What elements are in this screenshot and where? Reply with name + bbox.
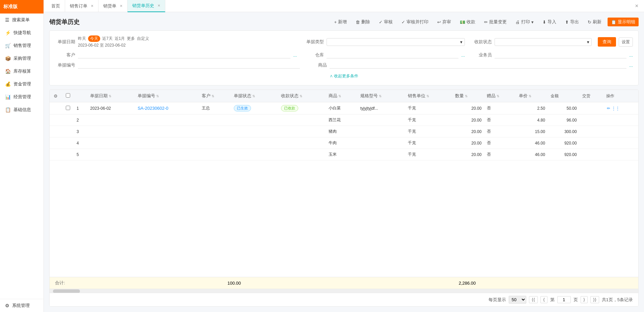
new-button[interactable]: + 新增 bbox=[331, 18, 349, 26]
prev-page-btn[interactable]: ⟨ bbox=[540, 296, 548, 303]
cell-unit-price: 46.00 bbox=[516, 137, 548, 149]
cell-transaction bbox=[580, 126, 604, 137]
page-input[interactable] bbox=[557, 296, 571, 303]
sidebar-item-finance[interactable]: 💰 资金管理 bbox=[0, 78, 44, 90]
th-doc-date[interactable]: 单据日期 ⇅ bbox=[87, 90, 135, 102]
sidebar-item-inventory[interactable]: 🏠 库存核算 bbox=[0, 65, 44, 78]
cell-customer bbox=[199, 137, 231, 149]
th-product[interactable]: 商品 ⇅ bbox=[326, 90, 358, 102]
export-button[interactable]: ⬆ 导出 bbox=[562, 18, 582, 26]
sidebar-item-search-menu[interactable]: ☰ 搜索菜单 bbox=[0, 14, 44, 26]
filter-collapse-btn[interactable]: ∧ 收起更多条件 bbox=[55, 72, 633, 80]
warehouse-input[interactable] bbox=[327, 52, 458, 58]
refresh-icon: ↻ bbox=[588, 20, 591, 25]
product-input[interactable] bbox=[330, 62, 627, 69]
salesperson-input[interactable] bbox=[495, 52, 626, 58]
row-check bbox=[62, 149, 74, 160]
status-badge-doc: 已生效 bbox=[234, 105, 251, 111]
cell-gift: 否 bbox=[484, 149, 516, 160]
sidebar-item-purchase-mgmt[interactable]: 📦 采购管理 bbox=[0, 52, 44, 65]
th-payment-status[interactable]: 收款状态 ⇅ bbox=[278, 90, 326, 102]
row-check bbox=[62, 114, 74, 126]
next-page-btn[interactable]: ⟩ bbox=[581, 296, 588, 303]
sidebar-item-sales-mgmt[interactable]: 🛒 销售管理 bbox=[0, 39, 44, 52]
doc-no-input[interactable] bbox=[78, 62, 300, 69]
cell-amount: 96.00 bbox=[548, 114, 580, 126]
th-spec[interactable]: 规格型号 ⇅ bbox=[358, 90, 405, 102]
cell-amount: 300.00 bbox=[548, 126, 580, 137]
cell-gift: 否 bbox=[484, 114, 516, 126]
payment-status-select[interactable]: ▾ bbox=[495, 38, 592, 46]
th-unit[interactable]: 销售单位 ⇅ bbox=[405, 90, 453, 102]
settings-button[interactable]: 设置 bbox=[619, 37, 633, 47]
row-check bbox=[62, 102, 74, 114]
cell-gift: 否 bbox=[484, 102, 516, 114]
tab-close-sales-history[interactable]: ✕ bbox=[158, 4, 160, 7]
collect-icon: 💵 bbox=[460, 20, 465, 25]
table-wrapper: ⚙ 单据日期 ⇅ bbox=[49, 89, 639, 307]
row-no: 4 bbox=[74, 137, 87, 149]
print-button[interactable]: 🖨 打印 ▾ bbox=[513, 18, 536, 26]
tab-sales-history[interactable]: 销货单历史 ✕ bbox=[128, 0, 165, 12]
th-qty[interactable]: 数量 ⇅ bbox=[452, 90, 484, 102]
sidebar-item-sys-mgmt[interactable]: ⚙ 系统管理 bbox=[0, 299, 44, 312]
shortcut-yesterday[interactable]: 昨天 bbox=[78, 36, 86, 42]
shortcut-today[interactable]: 今天 bbox=[88, 35, 100, 42]
cell-actions bbox=[604, 149, 638, 160]
tab-close-sales-order[interactable]: ✕ bbox=[91, 4, 93, 8]
customer-dots[interactable]: ... bbox=[293, 53, 297, 58]
settings-icon[interactable]: ⚙ bbox=[54, 94, 58, 99]
abandon-button[interactable]: ↩ 弃审 bbox=[435, 18, 454, 26]
sidebar-item-label: 系统管理 bbox=[12, 303, 30, 309]
shortcut-custom[interactable]: 自定义 bbox=[137, 36, 149, 42]
select-all-checkbox[interactable] bbox=[66, 93, 70, 98]
salesperson-label: 业务员 bbox=[472, 52, 492, 58]
tab-sales-order[interactable]: 销售订单 ✕ bbox=[65, 0, 99, 12]
edit-action[interactable]: ✏ bbox=[607, 106, 610, 111]
cell-actions bbox=[604, 114, 638, 126]
product-dots[interactable]: ... bbox=[629, 63, 633, 68]
refresh-button[interactable]: ↻ 刷新 bbox=[585, 18, 604, 26]
audit-button[interactable]: ✓ 审核 bbox=[376, 18, 395, 26]
tab-sales-delivery[interactable]: 销货单 ✕ bbox=[99, 0, 128, 12]
sidebar: 标准版 ☰ 搜索菜单 ⚡ 快捷导航 🛒 销售管理 📦 采购管理 🏠 库存核算 💰… bbox=[0, 0, 44, 312]
cell-unit: 千克 bbox=[405, 102, 453, 114]
cell-unit-price: 4.80 bbox=[516, 114, 548, 126]
tab-home[interactable]: 首页 bbox=[47, 0, 65, 12]
collect-button[interactable]: 💵 收款 bbox=[457, 18, 478, 26]
per-page-select[interactable]: 50 100 200 bbox=[509, 296, 526, 304]
th-customer[interactable]: 客户 ⇅ bbox=[199, 90, 231, 102]
page-label-suffix: 页 bbox=[573, 297, 578, 303]
th-doc-status[interactable]: 单据状态 ⇅ bbox=[231, 90, 279, 102]
th-unit-price[interactable]: 单价 ⇅ bbox=[516, 90, 548, 102]
warehouse-dots[interactable]: ... bbox=[461, 53, 465, 58]
scrollbar[interactable] bbox=[50, 289, 638, 293]
sidebar-item-operations[interactable]: 📊 经营管理 bbox=[0, 90, 44, 103]
delete-button[interactable]: 🗑 删除 bbox=[353, 18, 373, 26]
cell-doc-date: 2023-06-02 bbox=[87, 102, 135, 114]
customer-input[interactable] bbox=[78, 52, 290, 58]
th-doc-no[interactable]: 单据编号 ⇅ bbox=[135, 90, 199, 102]
shortcut-7days[interactable]: 近7天 bbox=[102, 36, 113, 42]
query-button[interactable]: 查询 bbox=[598, 37, 616, 47]
batch-change-button[interactable]: ✏ 批量变更 bbox=[481, 18, 509, 26]
audit-print-button[interactable]: ✓ 审核并打印 bbox=[399, 18, 431, 26]
more-action[interactable]: ⋮⋮ bbox=[612, 106, 620, 111]
tabbar-close-all[interactable]: ✕ bbox=[632, 2, 641, 10]
show-detail-button[interactable]: 📋 显示明细 bbox=[608, 18, 639, 26]
th-gift[interactable]: 赠品 ⇅ bbox=[484, 90, 516, 102]
salesperson-dots[interactable]: ... bbox=[629, 53, 633, 58]
import-button[interactable]: ⬇ 导入 bbox=[540, 18, 559, 26]
cell-unit: 千克 bbox=[405, 126, 453, 137]
first-page-btn[interactable]: ⟨⟨ bbox=[529, 296, 538, 303]
sidebar-item-basic-info[interactable]: 📋 基础信息 bbox=[0, 103, 44, 116]
shortcut-more[interactable]: 更多 bbox=[127, 36, 135, 42]
tab-close-sales-delivery[interactable]: ✕ bbox=[120, 4, 122, 8]
sidebar-item-quick-nav[interactable]: ⚡ 快捷导航 bbox=[0, 26, 44, 39]
doc-type-select[interactable]: ▾ bbox=[327, 38, 465, 46]
cell-spec bbox=[358, 149, 405, 160]
shortcut-1month[interactable]: 近1月 bbox=[115, 36, 125, 42]
last-page-btn[interactable]: ⟩⟩ bbox=[590, 296, 599, 303]
cell-actions bbox=[604, 126, 638, 137]
row-checkbox[interactable] bbox=[66, 106, 70, 110]
